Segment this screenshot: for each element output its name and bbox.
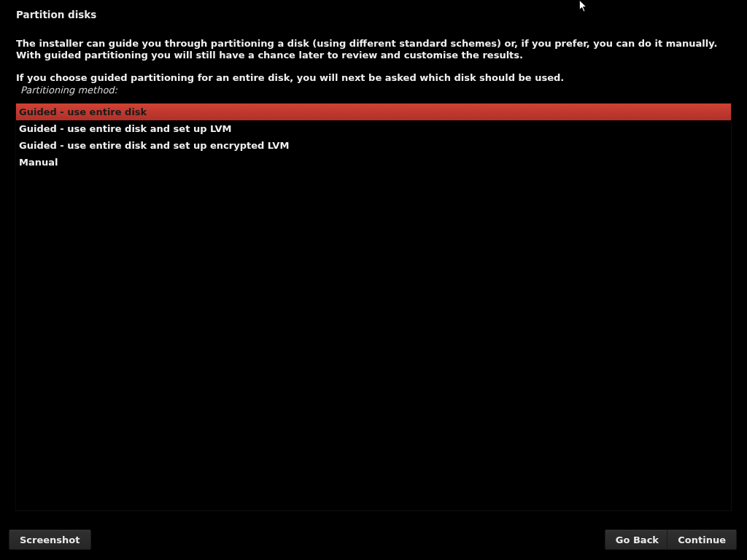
go-back-button[interactable]: Go Back [605, 529, 670, 550]
description-paragraph-1: The installer can guide you through part… [16, 38, 731, 62]
screenshot-button[interactable]: Screenshot [9, 529, 91, 550]
mouse-cursor-icon [578, 0, 589, 13]
continue-button[interactable]: Continue [667, 529, 737, 550]
option-manual[interactable]: Manual [16, 154, 731, 171]
option-guided-encrypted-lvm[interactable]: Guided - use entire disk and set up encr… [16, 137, 731, 154]
option-guided-entire-disk[interactable]: Guided - use entire disk [16, 104, 731, 120]
option-guided-lvm[interactable]: Guided - use entire disk and set up LVM [16, 120, 731, 137]
description-block: The installer can guide you through part… [16, 38, 731, 94]
partitioning-method-label: Partitioning method: [20, 85, 117, 96]
page-title: Partition disks [16, 9, 96, 20]
partitioning-method-listbox[interactable]: Guided - use entire disk Guided - use en… [15, 103, 732, 511]
footer-bar: Screenshot Go Back Continue [0, 529, 747, 560]
description-paragraph-2: If you choose guided partitioning for an… [16, 72, 731, 84]
